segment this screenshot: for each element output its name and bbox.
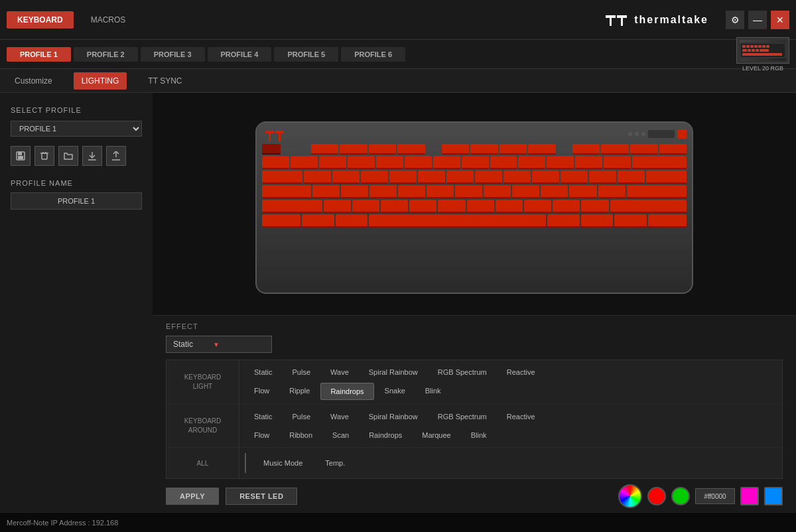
device-image: [740, 40, 786, 61]
indicator-3: [641, 132, 645, 136]
key-gap2: [427, 144, 440, 155]
key-r: [389, 170, 417, 184]
key-3: [348, 156, 375, 169]
delete-profile-button[interactable]: [34, 146, 54, 166]
macros-button[interactable]: MACROS: [80, 11, 137, 29]
keyboard-light-row2: Flow Ripple Raindrops Snake Blink: [245, 383, 777, 400]
svg-rect-2: [742, 45, 746, 48]
load-profile-button[interactable]: [58, 146, 78, 166]
kl-effect-rgb-spectrum[interactable]: RGB Spectrum: [429, 364, 496, 380]
key-f3: [369, 144, 397, 155]
key-f2: [340, 144, 367, 155]
ka-effect-static[interactable]: Static: [245, 409, 282, 425]
key-c: [381, 200, 408, 213]
reset-led-button[interactable]: RESET LED: [226, 488, 297, 505]
keyboard-light-row1: Static Pulse Wave Spiral Rainbow RGB Spe…: [245, 364, 777, 380]
key-n: [467, 200, 494, 213]
top-bar: KEYBOARD MACROS thermaltake ⚙ — ✕: [0, 0, 796, 40]
main-content: SELECT PROFILE PROFILE 1 PROFILE 2 PROFI…: [0, 93, 796, 512]
kl-effect-flow[interactable]: Flow: [245, 383, 279, 400]
all-effect-music-mode[interactable]: Music Mode: [254, 455, 312, 471]
color-wheel[interactable]: [618, 484, 642, 508]
key-w: [332, 170, 360, 184]
key-f12: [659, 144, 687, 155]
svg-rect-13: [760, 49, 769, 52]
device-thumb-area: LEVEL 20 RGB: [736, 37, 789, 72]
profile-6-button[interactable]: PROFILE 6: [341, 47, 405, 62]
kl-effect-wave[interactable]: Wave: [321, 364, 358, 380]
all-effects-row: ALL Music Mode Temp.: [166, 448, 782, 478]
profile-4-button[interactable]: PROFILE 4: [208, 47, 272, 62]
svg-rect-10: [748, 49, 751, 52]
kl-effect-spiral-rainbow[interactable]: Spiral Rainbow: [360, 364, 427, 380]
profile-select-dropdown[interactable]: PROFILE 1 PROFILE 2 PROFILE 3: [11, 121, 142, 137]
profile-2-button[interactable]: PROFILE 2: [74, 47, 138, 62]
keyboard-visualization: [255, 121, 693, 294]
ka-effect-raindrops[interactable]: Raindrops: [360, 427, 411, 443]
key-space: [369, 214, 546, 228]
key-p: [561, 170, 588, 184]
color-hex-input[interactable]: #ff0000: [695, 488, 735, 504]
ka-effect-flow[interactable]: Flow: [245, 427, 279, 443]
ka-effect-spiral-rainbow[interactable]: Spiral Rainbow: [360, 409, 427, 425]
key-s: [341, 185, 368, 198]
key-f1: [311, 144, 339, 155]
key-o: [532, 170, 559, 184]
tab-lighting[interactable]: LIGHTING: [74, 72, 127, 90]
minimize-button[interactable]: —: [748, 11, 767, 29]
keyboard-display: [648, 130, 675, 138]
key-f8: [528, 144, 556, 155]
effect-dropdown[interactable]: Static ▼: [166, 336, 272, 353]
key-v: [409, 200, 436, 213]
thermaltake-logo: thermaltake: [602, 10, 708, 30]
profile-name-value[interactable]: PROFILE 1: [11, 192, 142, 210]
key-minus: [575, 156, 602, 169]
color-green-circle[interactable]: [671, 487, 690, 505]
profile-5-button[interactable]: PROFILE 5: [274, 47, 338, 62]
profile-1-button[interactable]: PROFILE 1: [7, 47, 71, 62]
close-button[interactable]: ✕: [771, 11, 789, 29]
ka-effect-ribbon[interactable]: Ribbon: [280, 427, 322, 443]
tab-customize[interactable]: Customize: [7, 72, 60, 90]
all-effect-temp[interactable]: Temp.: [316, 455, 354, 471]
ka-effect-wave[interactable]: Wave: [321, 409, 358, 425]
status-bar: Mercoff-Note IP Address : 192.168: [0, 512, 796, 532]
kl-effect-snake[interactable]: Snake: [375, 383, 415, 400]
ka-effect-scan[interactable]: Scan: [323, 427, 358, 443]
settings-button[interactable]: ⚙: [726, 11, 744, 29]
color-red-circle[interactable]: [647, 487, 666, 505]
ka-effect-blink[interactable]: Blink: [462, 427, 496, 443]
ka-effect-pulse[interactable]: Pulse: [283, 409, 320, 425]
key-backslash: [646, 170, 687, 184]
top-bar-left: KEYBOARD MACROS: [7, 11, 136, 29]
keyboard-light-row: KEYBOARD LIGHT Static Pulse Wave Spiral …: [166, 360, 782, 405]
key-row-qwerty: [262, 170, 687, 184]
color-blue-swatch[interactable]: [764, 487, 783, 505]
ka-effect-reactive[interactable]: Reactive: [498, 409, 545, 425]
ka-effect-rgb-spectrum[interactable]: RGB Spectrum: [429, 409, 496, 425]
apply-button[interactable]: APPLY: [166, 488, 219, 505]
kl-effect-raindrops[interactable]: Raindrops: [320, 383, 373, 400]
svg-rect-9: [742, 49, 747, 52]
key-lwin: [302, 214, 334, 228]
ka-effect-marquee[interactable]: Marquee: [413, 427, 460, 443]
kl-effect-blink[interactable]: Blink: [416, 383, 450, 400]
download-icon: [88, 151, 97, 161]
kl-effect-reactive[interactable]: Reactive: [498, 364, 545, 380]
tab-ttsync[interactable]: TT SYNC: [140, 72, 190, 90]
key-lbracket: [589, 170, 616, 184]
keyboard-button[interactable]: KEYBOARD: [7, 11, 74, 29]
import-profile-button[interactable]: [82, 146, 102, 166]
color-pink-swatch[interactable]: [740, 487, 759, 505]
profile-3-button[interactable]: PROFILE 3: [141, 47, 205, 62]
svg-rect-14: [742, 53, 782, 56]
kl-effect-static[interactable]: Static: [245, 364, 282, 380]
kl-effect-pulse[interactable]: Pulse: [283, 364, 320, 380]
kl-effect-ripple[interactable]: Ripple: [280, 383, 319, 400]
device-label: LEVEL 20 RGB: [742, 65, 783, 72]
key-enter: [627, 185, 687, 198]
key-f6: [470, 144, 498, 155]
save-profile-button[interactable]: [11, 146, 31, 166]
export-profile-button[interactable]: [106, 146, 126, 166]
key-f4: [397, 144, 425, 155]
